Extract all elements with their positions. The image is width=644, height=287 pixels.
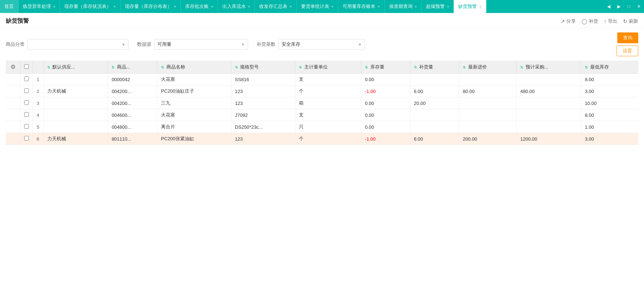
row-checkbox[interactable] bbox=[24, 112, 29, 117]
tab-label: 缺货预警 bbox=[458, 3, 477, 10]
th-settings[interactable]: ⚙ bbox=[6, 61, 20, 74]
tab-expiry-query[interactable]: 保质期查询 × bbox=[385, 0, 422, 13]
datasource-select[interactable]: 可用量 ▼ bbox=[154, 39, 248, 50]
th-label: 规格型号 bbox=[240, 64, 259, 70]
tab-prev-button[interactable]: ◀ bbox=[604, 4, 614, 9]
tab-shortage-warn[interactable]: 缺货预警 × bbox=[454, 0, 486, 13]
cell-product-code: 801110... bbox=[108, 133, 157, 145]
tab-close-icon[interactable]: × bbox=[331, 4, 334, 9]
th-label: 库存量 bbox=[370, 64, 384, 70]
cell-min-stock: 10.00 bbox=[581, 97, 638, 109]
export-button[interactable]: ↑ 导出 bbox=[604, 18, 617, 25]
th-product-code[interactable]: ⇅ 商品... bbox=[108, 61, 157, 74]
tab-close-icon[interactable]: × bbox=[53, 4, 55, 9]
tab-close-icon[interactable]: × bbox=[447, 4, 449, 9]
table-row: 5 004800... 离合片 DS250*23c... 只 0.00 1.00 bbox=[6, 121, 638, 133]
tab-available-ledger[interactable]: 可用量库存账本 × bbox=[338, 0, 384, 13]
settings-button[interactable]: 设置 bbox=[617, 45, 638, 56]
th-product-name[interactable]: ⇅ 商品名称 bbox=[157, 61, 231, 74]
tab-close-all-button[interactable]: ✕ bbox=[634, 4, 644, 9]
tab-inout-flow[interactable]: 出入库流水 × bbox=[218, 0, 255, 13]
replenish-base-select[interactable]: 安全库存 ▼ bbox=[278, 39, 365, 50]
cell-product-name: PC200张紧油缸 bbox=[157, 133, 231, 145]
data-table: ⚙ ⇅ 默认供应... ⇅ 商品... ⇅ bbox=[6, 61, 638, 145]
main-content: 缺货预警 ↗ 分享 ◯ 补货 ↑ 导出 ↻ 刷新 商品分类 bbox=[0, 13, 644, 287]
cell-product-name: 三九 bbox=[157, 97, 231, 109]
th-label: 最低库存 bbox=[590, 64, 609, 70]
sort-icon: ⇅ bbox=[585, 65, 588, 69]
tab-inventory-status[interactable]: 现存量（库存状况表） × bbox=[60, 0, 120, 13]
th-label: 预计采购... bbox=[526, 64, 548, 70]
cell-latest-price bbox=[459, 74, 517, 85]
tab-home[interactable]: 首页 bbox=[0, 0, 18, 13]
tab-close-icon[interactable]: × bbox=[415, 4, 417, 9]
tab-receipt-summary[interactable]: 收发存汇总表 × bbox=[255, 0, 296, 13]
sort-icon: ⇅ bbox=[414, 65, 417, 69]
sort-icon: ⇅ bbox=[520, 65, 523, 69]
row-checkbox[interactable] bbox=[24, 124, 29, 129]
th-spec[interactable]: ⇅ 规格型号 bbox=[231, 61, 295, 74]
tab-label: 可用量库存账本 bbox=[343, 3, 375, 10]
cell-spec: J7092 bbox=[231, 109, 295, 121]
datasource-select-value: 可用量 bbox=[157, 41, 171, 48]
cell-spec: 123 bbox=[231, 97, 295, 109]
refresh-button[interactable]: ↻ 刷新 bbox=[623, 18, 638, 25]
cell-stock: 0.00 bbox=[361, 121, 410, 133]
table-row: 4 004600... 火花塞 J7092 支 0.00 8.00 bbox=[6, 109, 638, 121]
cell-estimated-purchase bbox=[517, 121, 581, 133]
tab-next-button[interactable]: ▶ bbox=[614, 4, 624, 9]
cell-product-name: PC200油缸庄子 bbox=[157, 85, 231, 97]
cell-min-stock: 8.00 bbox=[581, 109, 638, 121]
th-latest-price[interactable]: ⇅ 最新进价 bbox=[459, 61, 517, 74]
tab-close-icon[interactable]: × bbox=[378, 4, 380, 9]
cell-stock: -1.00 bbox=[361, 85, 410, 97]
tab-close-icon[interactable]: × bbox=[211, 4, 213, 9]
cell-checkbox bbox=[20, 85, 32, 97]
cell-product-code: 004200... bbox=[108, 97, 157, 109]
cell-replenish-qty: 20.00 bbox=[410, 97, 459, 109]
tab-close-icon[interactable]: × bbox=[479, 4, 481, 9]
row-checkbox[interactable] bbox=[24, 100, 29, 105]
th-unit[interactable]: ⇅ 主计量单位 bbox=[295, 61, 361, 74]
row-checkbox[interactable] bbox=[24, 76, 29, 81]
cell-row-num: 5 bbox=[32, 121, 43, 133]
tab-restore-button[interactable]: □ bbox=[624, 4, 634, 9]
sort-icon: ⇅ bbox=[161, 65, 164, 69]
export-label: 导出 bbox=[608, 18, 617, 25]
query-button[interactable]: 查询 bbox=[617, 32, 638, 43]
select-all-checkbox[interactable] bbox=[24, 64, 29, 69]
row-checkbox[interactable] bbox=[24, 136, 29, 141]
th-stock[interactable]: ⇅ 库存量 bbox=[361, 61, 410, 74]
th-replenish-qty[interactable]: ⇅ 补货量 bbox=[410, 61, 459, 74]
cell-supplier: 力天机械 bbox=[43, 85, 108, 97]
tab-label: 收发存汇总表 bbox=[259, 3, 287, 10]
cell-replenish-qty bbox=[410, 121, 459, 133]
th-estimated-purchase[interactable]: ⇅ 预计采购... bbox=[517, 61, 581, 74]
cell-supplier bbox=[43, 109, 108, 121]
th-label: 最新进价 bbox=[468, 64, 487, 70]
export-icon: ↑ bbox=[604, 18, 606, 24]
th-min-stock[interactable]: ⇅ 最低库存 bbox=[581, 61, 638, 74]
cell-spec: 123 bbox=[231, 85, 295, 97]
settings-icon[interactable]: ⚙ bbox=[10, 64, 16, 70]
share-button[interactable]: ↗ 分享 bbox=[561, 18, 576, 25]
tab-close-icon[interactable]: × bbox=[290, 4, 292, 9]
tab-label: 保质期查询 bbox=[389, 3, 413, 10]
tab-overstock-warn[interactable]: 超储预警 × bbox=[422, 0, 454, 13]
tab-batch-account[interactable]: 库存批次账 × bbox=[181, 0, 218, 13]
tab-close-icon[interactable]: × bbox=[113, 4, 116, 9]
th-default-supplier[interactable]: ⇅ 默认供应... bbox=[43, 61, 108, 74]
row-checkbox[interactable] bbox=[24, 88, 29, 93]
cell-checkbox bbox=[20, 121, 32, 133]
replenish-button[interactable]: ◯ 补货 bbox=[582, 18, 598, 25]
category-select[interactable]: ▼ bbox=[27, 39, 129, 50]
cell-stock: -1.00 bbox=[361, 133, 410, 145]
tab-inventory-dist[interactable]: 现存量（库存分布表） × bbox=[121, 0, 181, 13]
tab-abnormal[interactable]: 炼货异常处理 × bbox=[18, 0, 60, 13]
th-row-num bbox=[32, 61, 43, 74]
tab-order-stats[interactable]: 要货单统计表 × bbox=[297, 0, 338, 13]
tab-close-icon[interactable]: × bbox=[248, 4, 250, 9]
category-chevron-icon: ▼ bbox=[122, 43, 125, 47]
tab-close-icon[interactable]: × bbox=[174, 4, 176, 9]
cell-spec: SS816 bbox=[231, 74, 295, 85]
